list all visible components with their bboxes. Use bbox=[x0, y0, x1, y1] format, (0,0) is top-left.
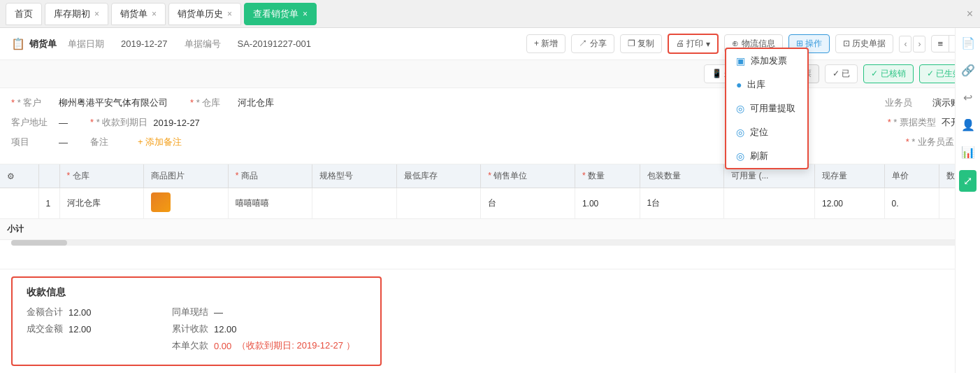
ship-out-icon: ● bbox=[736, 79, 742, 90]
balance-field bbox=[27, 339, 138, 352]
history-button-label: ⊡ 历史单据 bbox=[843, 38, 886, 50]
tab-sales-history[interactable]: 销货单历史 × bbox=[168, 3, 241, 25]
number-value: SA-20191227-001 bbox=[238, 38, 312, 49]
add-note-label: + 添加备注 bbox=[138, 136, 182, 148]
history-button[interactable]: ⊡ 历史单据 bbox=[835, 34, 893, 53]
due-date-value: 2019-12-27 bbox=[153, 118, 200, 128]
table-row: 1 河北仓库 嘻嘻嘻嘻 台 1.00 1台 12.00 0. bbox=[0, 188, 980, 219]
tab-home[interactable]: 首页 bbox=[6, 3, 42, 25]
cancelled-button[interactable]: ✓ 已核销 bbox=[863, 64, 913, 83]
project-field: 项目 — bbox=[11, 136, 68, 148]
warehouse-value: 河北仓库 bbox=[238, 97, 274, 109]
print-button-label: 🖨 打印 bbox=[676, 38, 703, 50]
locate-label: 定位 bbox=[750, 126, 768, 139]
tab-sales-history-close[interactable]: × bbox=[227, 9, 232, 19]
add-note-button[interactable]: + 添加备注 bbox=[138, 136, 182, 148]
payment-info: 收款信息 金额合计 12.00 同单现结 — 成交金额 12.00 累计收款 bbox=[11, 276, 382, 366]
sidebar-return-icon[interactable]: ↩ bbox=[960, 88, 975, 107]
tab-inventory-label: 库存期初 bbox=[54, 8, 90, 20]
view-list-button[interactable]: ≡ bbox=[932, 36, 949, 52]
project-value: — bbox=[59, 137, 68, 148]
sidebar-link-icon[interactable]: 🔗 bbox=[958, 61, 978, 80]
locate-icon: ◎ bbox=[736, 127, 744, 138]
sidebar-user-icon[interactable]: 👤 bbox=[958, 115, 978, 134]
cell-product: 嘻嘻嘻嘻 bbox=[228, 188, 312, 219]
tab-sales-history-label: 销货单历史 bbox=[178, 8, 223, 20]
cell-quantity: 1.00 bbox=[575, 188, 640, 219]
sidebar-expand-icon[interactable]: ⤢ bbox=[959, 170, 977, 192]
customer-field: * 客户 柳州粤港平安气体有限公司 bbox=[11, 97, 168, 109]
form-row-2: 客户地址 — * 收款到期日 2019-12-27 * 票据类型 不开票 bbox=[11, 116, 969, 129]
dropdown-ship-out[interactable]: ● 出库 bbox=[726, 73, 807, 97]
due-date-field: * 收款到期日 2019-12-27 bbox=[90, 116, 200, 129]
balance-hint: （收款到期日: 2019-12-27 ） bbox=[237, 339, 354, 352]
total-value: 12.00 bbox=[69, 307, 92, 318]
new-button[interactable]: + 新增 bbox=[526, 34, 565, 53]
note-field: 备注 + 添加备注 bbox=[90, 136, 182, 148]
cancelled-label: ✓ 已核销 bbox=[871, 68, 905, 80]
col-unit-price: 单价 bbox=[884, 164, 939, 188]
form-section: * 客户 柳州粤港平安气体有限公司 * 仓库 河北仓库 业务员 演示账号 客户地… bbox=[0, 88, 980, 164]
balance-value: 0.00 bbox=[214, 341, 231, 351]
tab-view-sales-label: 查看销货单 bbox=[253, 8, 298, 20]
main-content: 📋 销货单 单据日期 2019-12-27 单据编号 SA-20191227-0… bbox=[0, 28, 980, 373]
col-warehouse: * 仓库 bbox=[59, 164, 144, 188]
cumulative-value: 12.00 bbox=[214, 324, 237, 335]
tab-view-sales[interactable]: 查看销货单 × bbox=[244, 3, 317, 25]
print-dropdown-arrow[interactable]: ▾ bbox=[706, 39, 710, 49]
cell-warehouse: 河北仓库 bbox=[59, 188, 144, 219]
copy-button[interactable]: ❐ 复制 bbox=[620, 34, 662, 53]
share-button[interactable]: ↗ 分享 bbox=[571, 34, 614, 53]
doc-title-text: 销货单 bbox=[29, 38, 57, 50]
copy-button-label: ❐ 复制 bbox=[628, 38, 654, 50]
product-table: ⚙ * 仓库 商品图片 * 商品 规格型号 最低库存 * 销售单位 * 数量 包… bbox=[0, 164, 980, 240]
tab-view-sales-close[interactable]: × bbox=[303, 9, 308, 19]
tab-sales[interactable]: 销货单 × bbox=[111, 3, 166, 25]
cumulative-field: 累计收款 12.00 bbox=[172, 323, 284, 335]
dropdown-add-invoice[interactable]: ▣ 添加发票 bbox=[726, 49, 807, 73]
cell-package-qty: 1台 bbox=[640, 188, 724, 219]
date-value: 2019-12-27 bbox=[121, 38, 168, 49]
tab-home-label: 首页 bbox=[15, 8, 33, 20]
window-close-button[interactable]: × bbox=[967, 8, 973, 20]
product-image bbox=[151, 192, 171, 212]
dropdown-refresh[interactable]: ◎ 刷新 bbox=[726, 144, 807, 168]
col-settings[interactable]: ⚙ bbox=[0, 164, 38, 188]
table-header-row: ⚙ * 仓库 商品图片 * 商品 规格型号 最低库存 * 销售单位 * 数量 包… bbox=[0, 164, 980, 188]
add-invoice-icon: ▣ bbox=[736, 55, 745, 66]
dropdown-available-qty[interactable]: ◎ 可用量提取 bbox=[726, 97, 807, 120]
document-title: 📋 销货单 bbox=[11, 37, 57, 50]
col-image: 商品图片 bbox=[144, 164, 229, 188]
ticket-label: * 票据类型 bbox=[888, 116, 936, 129]
date-label: 单据日期 bbox=[68, 38, 104, 50]
add-invoice-label: 添加发票 bbox=[751, 55, 787, 67]
print-button[interactable]: 🖨 打印 ▾ bbox=[668, 34, 719, 54]
address-value: — bbox=[59, 118, 68, 128]
dropdown-locate[interactable]: ◎ 定位 bbox=[726, 120, 807, 144]
col-row-num bbox=[38, 164, 59, 188]
payment-row-2: 成交金额 12.00 累计收款 12.00 bbox=[27, 323, 366, 335]
scrollbar-thumb[interactable] bbox=[11, 240, 67, 246]
col-current-stock: 现存量 bbox=[815, 164, 885, 188]
available-qty-label: 可用量提取 bbox=[750, 102, 795, 115]
confirm-button[interactable]: ✓ 已 bbox=[825, 64, 858, 83]
same-order-label: 同单现结 bbox=[172, 306, 208, 318]
col-product: * 商品 bbox=[228, 164, 312, 188]
document-header: 📋 销货单 单据日期 2019-12-27 单据编号 SA-20191227-0… bbox=[0, 28, 980, 60]
cumulative-label: 累计收款 bbox=[172, 323, 208, 335]
tab-inventory-close[interactable]: × bbox=[94, 9, 99, 19]
tab-sales-label: 销货单 bbox=[120, 8, 147, 20]
cell-row-num: 1 bbox=[38, 188, 59, 219]
refresh-label: 刷新 bbox=[750, 150, 768, 162]
address-label: 客户地址 bbox=[11, 116, 53, 129]
nav-next-button[interactable]: › bbox=[913, 36, 925, 52]
number-label: 单据编号 bbox=[185, 38, 221, 50]
tab-sales-close[interactable]: × bbox=[152, 9, 157, 19]
sidebar-doc-icon[interactable]: 📄 bbox=[958, 34, 978, 52]
sidebar-chart-icon[interactable]: 📊 bbox=[958, 143, 978, 162]
nav-prev-button[interactable]: ‹ bbox=[899, 36, 911, 52]
cell-spec bbox=[312, 188, 397, 219]
tab-inventory[interactable]: 库存期初 × bbox=[45, 3, 108, 25]
customer-value: 柳州粤港平安气体有限公司 bbox=[59, 97, 168, 109]
horizontal-scrollbar[interactable] bbox=[11, 240, 969, 246]
